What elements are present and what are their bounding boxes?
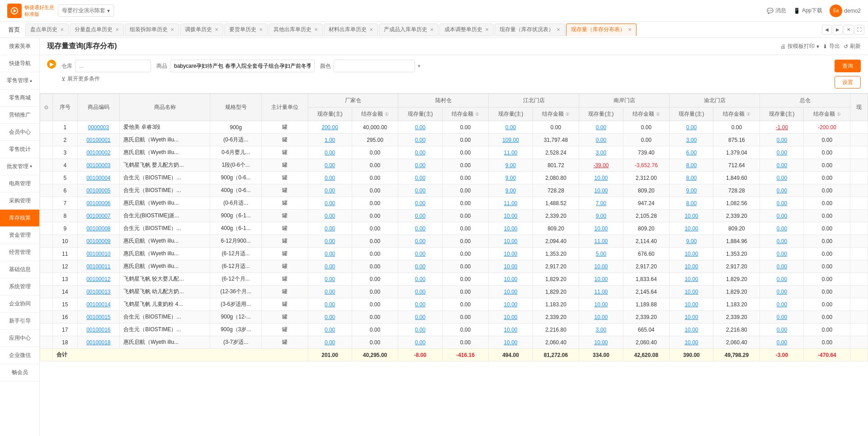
- row-jiangbei-qty[interactable]: 10.00: [489, 311, 533, 323]
- row-total-qty[interactable]: 0.00: [760, 336, 804, 349]
- product-input[interactable]: [170, 60, 315, 72]
- row-nanan-qty[interactable]: 10.00: [579, 184, 623, 197]
- row-jiangbei-qty[interactable]: 10.00: [489, 323, 533, 336]
- sidebar-item-shortcut[interactable]: 快捷导航: [0, 55, 39, 72]
- row-jiangbei-qty[interactable]: 10.00: [489, 298, 533, 311]
- row-total-qty[interactable]: 0.00: [760, 235, 804, 248]
- row-jiangbei-qty[interactable]: 10.00: [489, 222, 533, 235]
- row-yubei-qty[interactable]: 10.00: [670, 336, 713, 349]
- row-jiangbei-qty[interactable]: 11.00: [489, 197, 533, 210]
- warehouse-input[interactable]: [75, 60, 151, 72]
- row-code[interactable]: 00100010: [77, 248, 120, 260]
- row-code[interactable]: 00100002: [77, 146, 120, 159]
- row-changjia-qty[interactable]: 0.00: [308, 184, 352, 197]
- row-code[interactable]: 00100011: [77, 260, 120, 273]
- tab-other-out[interactable]: 其他出库单历史 ✕: [269, 23, 323, 36]
- row-jiangbei-qty[interactable]: 10.00: [489, 210, 533, 222]
- row-code[interactable]: 00100014: [77, 298, 120, 311]
- row-jiangbei-qty[interactable]: 10.00: [489, 248, 533, 260]
- nav-prev[interactable]: ◀: [822, 25, 832, 35]
- row-lucun-qty[interactable]: 0.00: [398, 134, 442, 146]
- row-yubei-qty[interactable]: 10.00: [670, 260, 713, 273]
- row-code[interactable]: 0000003: [77, 121, 120, 134]
- row-changjia-qty[interactable]: 0.00: [308, 336, 352, 349]
- row-lucun-qty[interactable]: 0.00: [398, 222, 442, 235]
- row-code[interactable]: 00100007: [77, 210, 120, 222]
- row-code[interactable]: 00100013: [77, 286, 120, 298]
- row-jiangbei-qty[interactable]: 109.00: [489, 134, 533, 146]
- row-nanan-qty[interactable]: 10.00: [579, 311, 623, 323]
- row-lucun-qty[interactable]: 0.00: [398, 311, 442, 323]
- row-yubei-qty[interactable]: 10.00: [670, 311, 713, 323]
- row-jiangbei-qty[interactable]: 10.00: [489, 273, 533, 286]
- row-changjia-qty[interactable]: 0.00: [308, 172, 352, 184]
- row-total-qty[interactable]: 0.00: [760, 184, 804, 197]
- sidebar-item-wechat[interactable]: 企业微信: [0, 347, 39, 364]
- row-lucun-qty[interactable]: 0.00: [398, 273, 442, 286]
- row-lucun-qty[interactable]: 0.00: [398, 210, 442, 222]
- row-yubei-qty[interactable]: 10.00: [670, 323, 713, 336]
- row-changjia-qty[interactable]: 200.00: [308, 121, 352, 134]
- row-total-qty[interactable]: 0.00: [760, 222, 804, 235]
- setting-button[interactable]: 设置: [835, 76, 861, 89]
- row-lucun-qty[interactable]: 0.00: [398, 260, 442, 273]
- nav-close-all[interactable]: ✕: [844, 25, 854, 35]
- row-changjia-qty[interactable]: 0.00: [308, 273, 352, 286]
- row-nanan-qty[interactable]: 0.00: [579, 121, 623, 134]
- row-yubei-qty[interactable]: 6.00: [670, 146, 713, 159]
- sidebar-item-appcenter[interactable]: 应用中心: [0, 330, 39, 347]
- col-gear[interactable]: ⚙: [40, 94, 53, 121]
- row-lucun-qty[interactable]: 0.00: [398, 159, 442, 172]
- row-code[interactable]: 00100018: [77, 336, 120, 349]
- row-jiangbei-qty[interactable]: 11.00: [489, 146, 533, 159]
- row-changjia-qty[interactable]: 0.00: [308, 222, 352, 235]
- row-code[interactable]: 00100009: [77, 235, 120, 248]
- sidebar-item-member[interactable]: 会员中心: [0, 124, 39, 141]
- row-yubei-qty[interactable]: 8.00: [670, 172, 713, 184]
- row-code[interactable]: 00100006: [77, 197, 120, 210]
- tab-stock-status[interactable]: 现存量（库存状况表） ✕: [495, 23, 565, 36]
- sidebar-item-inventory[interactable]: 库存核算: [0, 210, 39, 227]
- row-yubei-qty[interactable]: 9.00: [670, 235, 713, 248]
- user-profile[interactable]: Ea demo2: [830, 5, 861, 17]
- row-total-qty[interactable]: 0.00: [760, 248, 804, 260]
- row-jiangbei-qty[interactable]: 10.00: [489, 235, 533, 248]
- print-btn[interactable]: 🖨 按模板打印 ▾: [780, 42, 819, 50]
- row-lucun-qty[interactable]: 0.00: [398, 146, 442, 159]
- row-nanan-qty[interactable]: 10.00: [579, 298, 623, 311]
- row-jiangbei-qty[interactable]: 9.00: [489, 159, 533, 172]
- row-yubei-qty[interactable]: 10.00: [670, 298, 713, 311]
- row-total-qty[interactable]: 0.00: [760, 159, 804, 172]
- row-nanan-qty[interactable]: 11.00: [579, 286, 623, 298]
- row-yubei-qty[interactable]: 3.00: [670, 134, 713, 146]
- row-total-qty[interactable]: 0.00: [760, 210, 804, 222]
- tab-inventory-single[interactable]: 盘点单历史 ✕: [25, 23, 69, 36]
- sidebar-item-system[interactable]: 系统管理: [0, 278, 39, 295]
- sidebar-item-wholesale[interactable]: 批发管理 ▼: [0, 158, 39, 175]
- row-lucun-qty[interactable]: 0.00: [398, 235, 442, 248]
- row-total-qty[interactable]: 0.00: [760, 172, 804, 184]
- tab-cost-adjust[interactable]: 成本调整单历史 ✕: [439, 23, 494, 36]
- row-jiangbei-qty[interactable]: 10.00: [489, 286, 533, 298]
- row-lucun-qty[interactable]: 0.00: [398, 298, 442, 311]
- row-changjia-qty[interactable]: 0.00: [308, 286, 352, 298]
- sidebar-item-marketing[interactable]: 营销推广: [0, 107, 39, 124]
- row-total-qty[interactable]: 0.00: [760, 197, 804, 210]
- sidebar-item-member2[interactable]: 畅会员: [0, 364, 39, 381]
- row-nanan-qty[interactable]: 3.00: [579, 146, 623, 159]
- row-total-qty[interactable]: -1.00: [760, 121, 804, 134]
- sidebar-item-ecommerce[interactable]: 电商管理: [0, 175, 39, 192]
- row-changjia-qty[interactable]: 1.00: [308, 134, 352, 146]
- row-yubei-qty[interactable]: 8.00: [670, 159, 713, 172]
- color-input[interactable]: [334, 60, 415, 72]
- tab-transfer[interactable]: 调拨单历史 ✕: [180, 23, 223, 36]
- export-btn[interactable]: ⬇ 导出: [823, 42, 840, 50]
- tab-requisition[interactable]: 要货单历史 ✕: [224, 23, 268, 36]
- tab-assemble[interactable]: 组装拆卸单历史 ✕: [125, 23, 179, 36]
- row-yubei-qty[interactable]: 10.00: [670, 286, 713, 298]
- row-total-qty[interactable]: 0.00: [760, 260, 804, 273]
- sidebar-item-retail-mgmt[interactable]: 零售管理 ▲: [0, 72, 39, 89]
- nav-next[interactable]: ▶: [833, 25, 843, 35]
- row-nanan-qty[interactable]: 10.00: [579, 336, 623, 349]
- row-lucun-qty[interactable]: 0.00: [398, 172, 442, 184]
